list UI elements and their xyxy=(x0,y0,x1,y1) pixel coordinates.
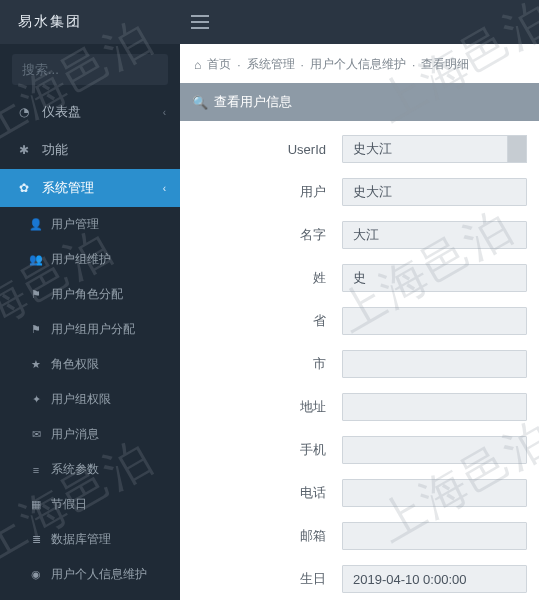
gear-icon: ✱ xyxy=(14,143,34,157)
breadcrumb-link[interactable]: 首页 xyxy=(207,56,231,73)
search-icon: 🔍 xyxy=(192,95,208,110)
dropdown-button[interactable] xyxy=(507,135,527,163)
menu-toggle-icon[interactable] xyxy=(180,15,220,29)
sidebar-item-label: 用户组用户分配 xyxy=(51,321,135,338)
sidebar-sub-user-profile[interactable]: ◉用户个人信息维护 xyxy=(8,557,180,592)
label-province: 省 xyxy=(192,312,342,330)
sidebar-item-system[interactable]: ✿ 系统管理 ‹ xyxy=(0,169,180,207)
sidebar-item-label: 用户管理 xyxy=(51,216,99,233)
input-address[interactable] xyxy=(342,393,527,421)
label-birthday: 生日 xyxy=(192,570,342,588)
breadcrumb-link[interactable]: 用户个人信息维护 xyxy=(310,56,406,73)
sidebar-sub-role-perm[interactable]: ★角色权限 xyxy=(8,347,180,382)
calendar-icon: ▦ xyxy=(28,498,44,511)
user-icon: 👤 xyxy=(28,218,44,231)
sidebar: ◔ 仪表盘 ‹ ✱ 功能 ✿ 系统管理 ‹ 👤用户管理 👥用户组维护 ⚑用户角色… xyxy=(0,44,180,600)
label-user: 用户 xyxy=(192,183,342,201)
key-icon: ✦ xyxy=(28,393,44,406)
shield-icon: ★ xyxy=(28,358,44,371)
sidebar-sub-user-msg[interactable]: ✉用户消息 xyxy=(8,417,180,452)
input-givenname[interactable] xyxy=(342,221,527,249)
sidebar-item-label: 用户角色分配 xyxy=(51,286,123,303)
cogs-icon: ✿ xyxy=(14,181,34,195)
chevron-left-icon: ‹ xyxy=(163,107,166,118)
input-mobile[interactable] xyxy=(342,436,527,464)
sidebar-item-label: 系统参数 xyxy=(51,461,99,478)
home-icon: ⌂ xyxy=(194,58,201,72)
breadcrumb-current: 查看明细 xyxy=(421,56,469,73)
label-userid: UserId xyxy=(192,142,342,157)
input-userid[interactable] xyxy=(342,135,527,163)
sidebar-sub-role-assign[interactable]: ⚑用户角色分配 xyxy=(8,277,180,312)
sidebar-item-label: 用户消息 xyxy=(51,426,99,443)
sliders-icon: ≡ xyxy=(28,464,44,476)
panel-header: 🔍 查看用户信息 xyxy=(180,83,539,121)
label-givenname: 名字 xyxy=(192,226,342,244)
database-icon: ≣ xyxy=(28,533,44,546)
input-surname[interactable] xyxy=(342,264,527,292)
sidebar-sub-user-mgmt[interactable]: 👤用户管理 xyxy=(8,207,180,242)
label-city: 市 xyxy=(192,355,342,373)
brand-title: 易水集团 xyxy=(0,13,180,31)
sidebar-sub-help[interactable]: ?帮助 xyxy=(8,592,180,600)
sidebar-item-label: 系统管理 xyxy=(42,179,94,197)
sidebar-sub-group-perm[interactable]: ✦用户组权限 xyxy=(8,382,180,417)
sidebar-item-label: 仪表盘 xyxy=(42,103,81,121)
label-surname: 姓 xyxy=(192,269,342,287)
dashboard-icon: ◔ xyxy=(14,105,34,119)
sidebar-sub-group-user[interactable]: ⚑用户组用户分配 xyxy=(8,312,180,347)
label-address: 地址 xyxy=(192,398,342,416)
breadcrumb-link[interactable]: 系统管理 xyxy=(247,56,295,73)
sidebar-item-label: 用户组权限 xyxy=(51,391,111,408)
sidebar-item-label: 用户个人信息维护 xyxy=(51,566,147,583)
label-mobile: 手机 xyxy=(192,441,342,459)
input-province[interactable] xyxy=(342,307,527,335)
sidebar-sub-group-maint[interactable]: 👥用户组维护 xyxy=(8,242,180,277)
panel-title: 查看用户信息 xyxy=(214,93,292,111)
input-birthday[interactable] xyxy=(342,565,527,593)
sidebar-item-dashboard[interactable]: ◔ 仪表盘 ‹ xyxy=(0,93,180,131)
profile-icon: ◉ xyxy=(28,568,44,581)
label-tel: 电话 xyxy=(192,484,342,502)
flag-icon: ⚑ xyxy=(28,323,44,336)
breadcrumb: ⌂ 首页· 系统管理· 用户个人信息维护· 查看明细 xyxy=(180,44,539,83)
users-icon: 👥 xyxy=(28,253,44,266)
sidebar-item-label: 节假日 xyxy=(51,496,87,513)
search-input[interactable] xyxy=(12,54,168,85)
chevron-left-icon: ‹ xyxy=(163,183,166,194)
label-email: 邮箱 xyxy=(192,527,342,545)
flag-icon: ⚑ xyxy=(28,288,44,301)
sidebar-sub-sys-param[interactable]: ≡系统参数 xyxy=(8,452,180,487)
input-email[interactable] xyxy=(342,522,527,550)
sidebar-item-label: 角色权限 xyxy=(51,356,99,373)
sidebar-sub-holiday[interactable]: ▦节假日 xyxy=(8,487,180,522)
sidebar-item-features[interactable]: ✱ 功能 xyxy=(0,131,180,169)
input-city[interactable] xyxy=(342,350,527,378)
sidebar-sub-db-mgmt[interactable]: ≣数据库管理 xyxy=(8,522,180,557)
input-user[interactable] xyxy=(342,178,527,206)
envelope-icon: ✉ xyxy=(28,428,44,441)
input-tel[interactable] xyxy=(342,479,527,507)
sidebar-item-label: 数据库管理 xyxy=(51,531,111,548)
sidebar-item-label: 用户组维护 xyxy=(51,251,111,268)
sidebar-item-label: 功能 xyxy=(42,141,68,159)
